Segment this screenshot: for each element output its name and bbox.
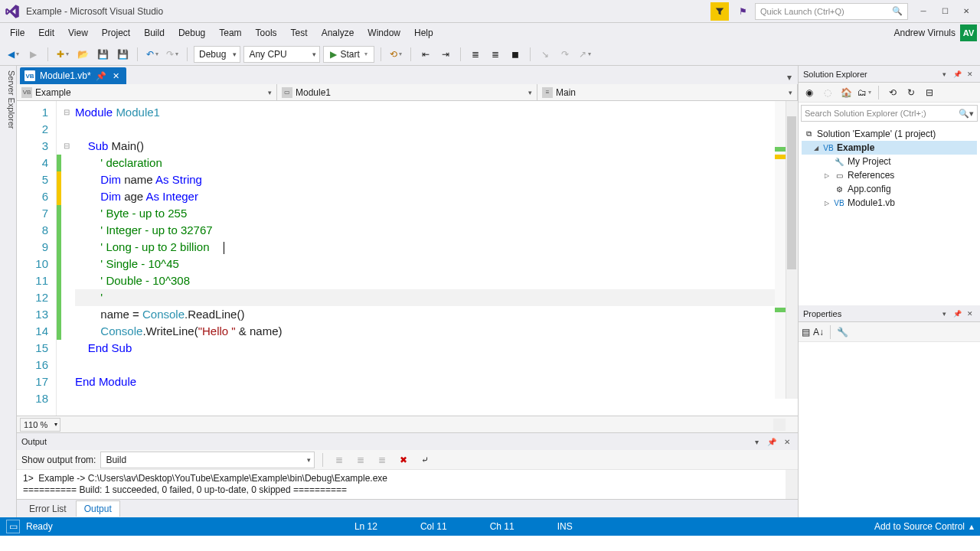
output-find-button[interactable]: ≣: [331, 452, 348, 468]
new-project-button[interactable]: ✚▾: [54, 46, 71, 63]
quick-launch-input[interactable]: Quick Launch (Ctrl+Q) 🔍: [755, 3, 908, 20]
undo-button[interactable]: ↶▾: [144, 46, 161, 63]
panel-pin-button[interactable]: 📌: [766, 435, 778, 448]
se-refresh-button[interactable]: ↻: [903, 85, 919, 100]
menu-team[interactable]: Team: [212, 25, 248, 41]
menu-debug[interactable]: Debug: [172, 25, 212, 41]
se-pin-button[interactable]: 📌: [952, 69, 962, 80]
start-button[interactable]: ▶Start▾: [323, 46, 374, 63]
se-collapse-button[interactable]: ⊟: [922, 85, 937, 100]
indent-button[interactable]: ⇥: [437, 46, 454, 63]
save-button[interactable]: 💾: [94, 46, 111, 63]
tree-references[interactable]: ▷▭References: [802, 168, 977, 182]
panel-menu-button[interactable]: ▾: [750, 435, 763, 448]
panel-close-button[interactable]: ✕: [781, 435, 793, 448]
se-scope-button[interactable]: 🗂▾: [857, 85, 872, 100]
tab-overflow-button[interactable]: ▾: [784, 70, 795, 84]
tab-error-list[interactable]: Error List: [21, 501, 74, 517]
fold-column[interactable]: ⊟⊟: [61, 101, 72, 416]
status-ready: Ready: [26, 521, 53, 532]
line-number-gutter: 123456789101112131415161718: [17, 101, 57, 416]
bookmark-button[interactable]: ◼: [507, 46, 524, 63]
output-prev-button[interactable]: ≣: [352, 452, 369, 468]
step-over-button[interactable]: ↷: [557, 46, 573, 63]
code-area[interactable]: Module Module1 Sub Main() ' declaration …: [72, 101, 798, 416]
props-menu-button[interactable]: ▾: [939, 308, 949, 319]
menu-view[interactable]: View: [61, 25, 95, 41]
menu-test[interactable]: Test: [284, 25, 315, 41]
menubar: FileEditViewProjectBuildDebugTeamToolsTe…: [0, 23, 980, 43]
output-text[interactable]: 1> Example -> C:\Users\av\Desktop\YouTub…: [17, 470, 798, 499]
pin-icon[interactable]: 📌: [96, 70, 106, 81]
user-badge[interactable]: AV: [960, 24, 977, 41]
outdent-button[interactable]: ⇤: [417, 46, 434, 63]
props-alpha-button[interactable]: A↓: [813, 327, 824, 337]
menu-tools[interactable]: Tools: [249, 25, 284, 41]
open-file-button[interactable]: 📂: [74, 46, 91, 63]
status-scm[interactable]: Add to Source Control: [874, 521, 965, 532]
config-combo[interactable]: Debug: [194, 46, 240, 63]
split-button[interactable]: [773, 419, 786, 431]
solution-tree[interactable]: ⧉Solution 'Example' (1 project) ◢VBExamp…: [799, 124, 980, 305]
step-out-button[interactable]: ↗▾: [577, 46, 593, 63]
user-name[interactable]: Andrew Virnuls: [894, 28, 956, 38]
step-into-button[interactable]: ↘: [537, 46, 554, 63]
menu-file[interactable]: File: [3, 25, 31, 41]
close-button[interactable]: ✕: [957, 2, 975, 21]
menu-window[interactable]: Window: [361, 25, 407, 41]
redo-button[interactable]: ↷▾: [164, 46, 181, 63]
tree-module1[interactable]: ▷VBModule1.vb: [802, 196, 977, 210]
file-tab-module1[interactable]: VB Module1.vb* 📌 ✕: [20, 67, 126, 84]
nav-class-combo[interactable]: ▭Module1: [277, 84, 537, 100]
props-categorized-button[interactable]: ▤: [802, 327, 810, 337]
solution-search-input[interactable]: Search Solution Explorer (Ctrl+;) 🔍▾: [801, 105, 978, 122]
output-clear-button[interactable]: ✖: [395, 452, 412, 468]
menu-edit[interactable]: Edit: [31, 25, 61, 41]
se-menu-button[interactable]: ▾: [939, 69, 949, 80]
comment-button[interactable]: ≣: [467, 46, 484, 63]
code-editor[interactable]: 123456789101112131415161718 ⊟⊟ Module Mo…: [17, 101, 798, 416]
server-explorer-tab[interactable]: Server Explorer: [0, 66, 17, 517]
props-pages-button[interactable]: 🔧: [837, 327, 848, 337]
scm-chevron-icon[interactable]: ▴: [969, 521, 974, 532]
nav-back-button[interactable]: ◀▾: [5, 46, 21, 63]
output-next-button[interactable]: ≣: [374, 452, 390, 468]
overview-ruler[interactable]: [775, 101, 786, 399]
filter-icon[interactable]: [710, 2, 729, 21]
notifications-icon[interactable]: ⚑: [733, 2, 752, 21]
scrollbar-thumb[interactable]: [787, 116, 796, 269]
menu-project[interactable]: Project: [95, 25, 137, 41]
se-home-button[interactable]: ◉: [802, 85, 817, 100]
maximize-button[interactable]: ☐: [936, 2, 954, 21]
tree-my-project[interactable]: 🔧My Project: [802, 155, 977, 168]
properties-body: [799, 342, 980, 517]
tab-output[interactable]: Output: [76, 500, 120, 517]
props-close-button[interactable]: ✕: [965, 308, 975, 319]
nav-scope-combo[interactable]: VBExample: [17, 84, 277, 100]
status-icon[interactable]: ▭: [6, 520, 20, 533]
browser-link-button[interactable]: ⟲▾: [387, 46, 404, 63]
output-scrollbar[interactable]: [786, 470, 798, 499]
tab-close-icon[interactable]: ✕: [111, 70, 122, 81]
output-from-combo[interactable]: Build: [100, 452, 315, 468]
minimize-button[interactable]: ─: [914, 2, 933, 21]
tree-project[interactable]: ◢VBExample: [802, 141, 977, 155]
save-all-button[interactable]: 💾: [114, 46, 131, 63]
vertical-scrollbar[interactable]: [786, 101, 798, 399]
menu-analyze[interactable]: Analyze: [315, 25, 361, 41]
platform-combo[interactable]: Any CPU: [243, 46, 320, 63]
menu-help[interactable]: Help: [407, 25, 440, 41]
se-back-button[interactable]: ◌: [820, 85, 835, 100]
uncomment-button[interactable]: ≣: [487, 46, 504, 63]
nav-forward-button[interactable]: ▶: [24, 46, 41, 63]
tree-app-config[interactable]: ⚙App.config: [802, 182, 977, 196]
output-wrap-button[interactable]: ⤶: [416, 452, 433, 468]
zoom-combo[interactable]: 110 %: [20, 418, 60, 432]
tree-solution[interactable]: ⧉Solution 'Example' (1 project): [802, 127, 977, 141]
props-pin-button[interactable]: 📌: [952, 308, 962, 319]
se-home-icon[interactable]: 🏠: [838, 85, 854, 100]
se-close-button[interactable]: ✕: [965, 69, 975, 80]
nav-member-combo[interactable]: ≡Main: [537, 84, 798, 100]
se-sync-button[interactable]: ⟲: [885, 85, 900, 100]
menu-build[interactable]: Build: [137, 25, 172, 41]
